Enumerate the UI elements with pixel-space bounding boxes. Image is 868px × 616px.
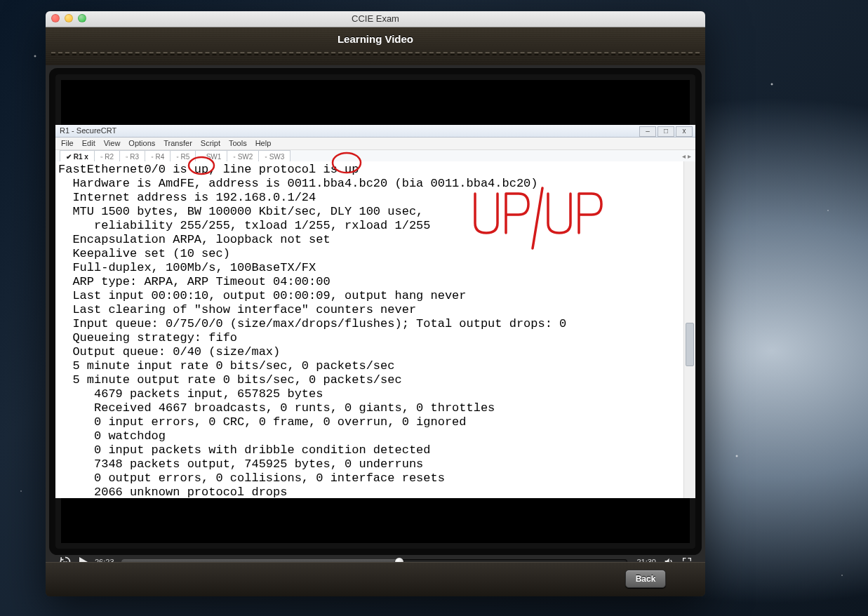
video-stage: R1 - SecureCRT – □ x FileEditViewOptions…: [55, 74, 695, 549]
menu-options: Options: [128, 139, 155, 147]
close-icon[interactable]: [51, 14, 60, 22]
menu-edit: Edit: [82, 139, 95, 147]
menu-script: Script: [201, 139, 220, 147]
menu-file: File: [61, 139, 74, 147]
win-maximize-icon: □: [657, 126, 674, 137]
page-title: Learning Video: [338, 33, 413, 45]
menu-tools: Tools: [229, 139, 247, 147]
bottom-toolbar: Back: [46, 562, 705, 596]
app-window: CCIE Exam Learning Video R1 - SecureCRT …: [46, 11, 705, 596]
app-header: Learning Video: [46, 27, 705, 65]
win-close-icon: x: [676, 126, 693, 137]
securecrt-menubar: FileEditViewOptionsTransferScriptToolsHe…: [55, 138, 695, 150]
desktop-wallpaper: CCIE Exam Learning Video R1 - SecureCRT …: [0, 0, 868, 616]
window-title: CCIE Exam: [352, 13, 399, 24]
securecrt-title: R1 - SecureCRT: [60, 126, 116, 135]
scrollbar-thumb: [686, 323, 694, 366]
minimize-icon[interactable]: [65, 14, 73, 22]
window-titlebar[interactable]: CCIE Exam: [46, 11, 705, 27]
embedded-securecrt: R1 - SecureCRT – □ x FileEditViewOptions…: [55, 125, 695, 498]
back-button[interactable]: Back: [625, 570, 666, 588]
securecrt-titlebar: R1 - SecureCRT – □ x: [55, 125, 695, 138]
terminal-scrollbar: [683, 161, 695, 498]
menu-help: Help: [255, 139, 272, 147]
win-minimize-icon: –: [639, 126, 656, 137]
zoom-icon[interactable]: [78, 14, 86, 22]
terminal-output: FastEthernet0/0 is up, line protocol is …: [55, 161, 695, 498]
menu-view: View: [104, 139, 121, 147]
menu-transfer: Transfer: [163, 139, 192, 147]
stitch-divider: [51, 52, 700, 55]
traffic-lights: [51, 14, 86, 22]
video-frame[interactable]: R1 - SecureCRT – □ x FileEditViewOptions…: [55, 125, 695, 498]
